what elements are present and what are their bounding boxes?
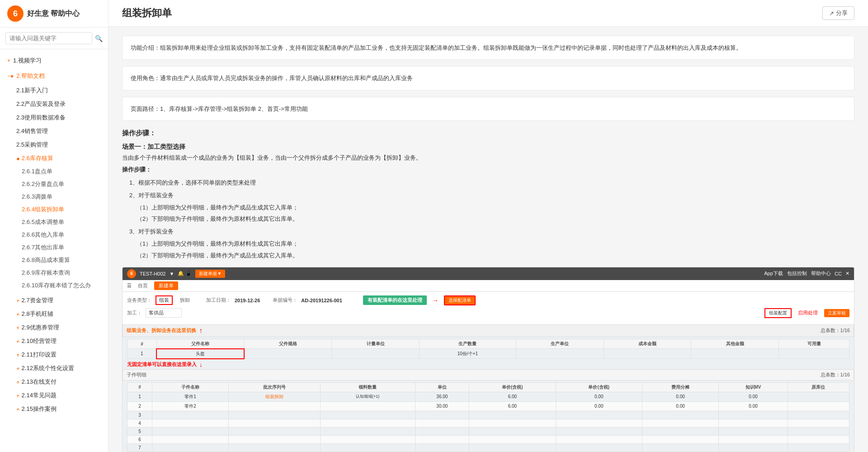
- plus-icon: +: [16, 392, 20, 399]
- sidebar-item-video[interactable]: 1.视频学习: [0, 53, 108, 68]
- cc-label: CC: [835, 271, 842, 276]
- sidebar-item-capital[interactable]: +2.7资金管理: [11, 294, 108, 307]
- select-bom-btn[interactable]: 选择配清单: [444, 295, 476, 305]
- topbar-left: 6 TEST-H002 ▼ 🔔 📱 新建单据▼: [127, 269, 225, 278]
- app-topbar: 6 TEST-H002 ▼ 🔔 📱 新建单据▼ App下载 包括控制 帮助中心 …: [123, 267, 854, 280]
- lower-table-wrapper: # 子件名称 批次序列号 领料数量 单位 单价(含税) 单价(含税) 费用分摊 …: [123, 381, 854, 452]
- step3-label: 3、对于拆装业务: [129, 226, 854, 237]
- table-row: 4: [127, 419, 849, 427]
- new-btn[interactable]: 新建单据▼: [195, 270, 225, 278]
- sidebar-item-coupon[interactable]: +2.9优惠券管理: [11, 321, 108, 334]
- upper-table: # 父件名称 父件规格 计量单位 生产数量 生产单位 成本金额 其他金额 可用量: [127, 339, 849, 359]
- cell-l-p1: 6.00: [469, 392, 556, 401]
- sidebar-item-2.6.9[interactable]: 2.6.9库存账本查询: [16, 266, 108, 279]
- table-row: 1 头盔 10份/个+1: [127, 349, 849, 359]
- sidebar-item-faq[interactable]: +2.14常见问题: [11, 389, 108, 402]
- sidebar-item-sales[interactable]: 2.4销售管理: [11, 124, 108, 138]
- arrow-right: →: [432, 297, 439, 304]
- tab-new[interactable]: 新建单: [154, 281, 178, 290]
- step3-sub2: （2）下部明细为子件明细，最终作为产成品生成其它入库单。: [137, 250, 854, 261]
- plus-icon: +: [16, 311, 20, 318]
- path-text: 页面路径：1、库存核算->库存管理->组装拆卸单 2、首页->常用功能: [131, 105, 308, 112]
- confirm-btn[interactable]: 立案审核: [824, 309, 849, 317]
- close-btn[interactable]: ✕: [845, 271, 849, 276]
- sidebar-item-2.6.4[interactable]: 2.6.4组装拆卸单: [16, 203, 108, 216]
- sidebar-item-docs[interactable]: ● 2.帮助文档: [0, 68, 108, 84]
- page-title: 组装拆卸单: [122, 6, 172, 20]
- step2-sub1: （1）上部明细为父件明细，最终作为产成品生成其它入库单；: [137, 202, 854, 213]
- plus-icon: +: [16, 365, 20, 372]
- lower-section-label: 子件明细: [127, 371, 146, 378]
- sidebar-item-2.6.7[interactable]: 2.6.7其他出库单: [16, 241, 108, 254]
- app-title: 好生意 帮助中心: [27, 9, 80, 19]
- cell-available: [779, 349, 849, 359]
- sidebar-item-2.6.8[interactable]: 2.6.8商品成本重算: [16, 254, 108, 266]
- cell-l-unit: 30.00: [415, 401, 469, 411]
- order-value: AD-20191226-001: [301, 298, 342, 303]
- topbar-icons: 🔔 📱: [178, 271, 192, 276]
- col-l-num: #: [127, 382, 152, 392]
- col-other-cost: 其他金额: [691, 339, 779, 349]
- sidebar-item-newcomer[interactable]: 2.1新手入门: [11, 84, 108, 97]
- col-num: #: [127, 339, 157, 349]
- sidebar-item-ops[interactable]: +2.10经营管理: [11, 334, 108, 348]
- col-parent-name: 父件名称: [156, 339, 244, 349]
- sidebar-item-online-pay[interactable]: +2.13在线支付: [11, 375, 108, 389]
- step2-sub2: （2）下部明细为子件明细，最终作为原材料生成其它出库单。: [137, 214, 854, 224]
- table-row: 6: [127, 435, 849, 443]
- sidebar-item-print[interactable]: +2.11打印设置: [11, 348, 108, 362]
- table-row: 2 零件2 30.00 6.00 0.00 0.00 0.00: [127, 401, 849, 411]
- upper-table-wrapper: # 父件名称 父件规格 计量单位 生产数量 生产单位 成本金额 其他金额 可用量: [123, 337, 854, 361]
- cell-parent-name: 头盔: [156, 349, 244, 359]
- share-button[interactable]: ↗ 分享: [822, 6, 854, 20]
- cell-l-batch: [229, 401, 320, 411]
- app-icons: App下载 包括控制 帮助中心: [764, 270, 831, 277]
- sidebar-item-2.6.2[interactable]: 2.6.2分量盘点单: [16, 178, 108, 190]
- app-logo: 6: [7, 5, 24, 22]
- sidebar-item-mobile[interactable]: +2.8手机旺辅: [11, 307, 108, 321]
- sidebar-toggle[interactable]: ☰: [127, 283, 132, 289]
- sidebar-item-2.6.1[interactable]: 2.6.1盘点单: [16, 165, 108, 178]
- cell-prod-unit: [516, 349, 604, 359]
- sidebar-item-personalize[interactable]: +2.12系统个性化设置: [11, 362, 108, 375]
- plus-icon: +: [16, 406, 20, 413]
- ops-steps-label: 操作步骤：: [122, 166, 854, 174]
- search-button[interactable]: 🔍: [95, 35, 103, 42]
- bom-input-box[interactable]: 组装配置: [764, 308, 792, 318]
- cell-other-cost: [691, 349, 779, 359]
- intro-block: 功能介绍：组装拆卸单用来处理企业组装或拆卸等加工业务，支持有固定装配清单的产品加…: [122, 36, 854, 60]
- sidebar-item-2.6.3[interactable]: 2.6.3调拨单: [16, 190, 108, 203]
- sidebar-item-2.6.6[interactable]: 2.6.6其他入库单: [16, 228, 108, 241]
- col-l-price2: 单价(含税): [556, 382, 642, 392]
- ops-title: 操作步骤：: [122, 129, 854, 138]
- jia-gong-field[interactable]: 客供品: [146, 308, 182, 318]
- sidebar-item-install[interactable]: 2.2产品安装及登录: [11, 97, 108, 111]
- search-input[interactable]: [5, 32, 92, 44]
- col-l-ql: 领料数量: [320, 382, 415, 392]
- cell-l-num: 1: [127, 392, 152, 401]
- type-option2[interactable]: 拆卸: [176, 296, 193, 305]
- form-row-extra: 加工： 客供品 组装配置 启用处理 立案审核: [127, 308, 849, 318]
- cell-l-p2: 0.00: [556, 401, 642, 411]
- app-logo-small: 6: [127, 269, 136, 278]
- cell-parent-spec: [244, 349, 332, 359]
- sidebar-item-data-prep[interactable]: 2.3使用前数据准备: [11, 111, 108, 124]
- cell-l-name: 零件2: [152, 401, 228, 411]
- content-area: 功能介绍：组装拆卸单用来处理企业组装或拆卸等加工业务，支持有固定装配清单的产品加…: [108, 27, 868, 452]
- plus-icon: +: [16, 352, 20, 358]
- test-id: TEST-H002: [140, 271, 165, 276]
- search-box[interactable]: 🔍: [0, 28, 108, 49]
- sidebar-item-2.6.10[interactable]: 2.6.10库存账本错了怎么办: [16, 279, 108, 292]
- tab-home[interactable]: 自页: [134, 281, 151, 290]
- cell-l-mv: 0.00: [719, 401, 788, 411]
- sidebar-item-inventory[interactable]: ●2.6库存核算: [11, 152, 108, 165]
- cell-l-batch: 组装拆卸: [229, 392, 320, 401]
- col-qty: 生产数量: [420, 339, 516, 349]
- arrow-upper: ↑: [199, 327, 203, 335]
- sidebar-item-cases[interactable]: +2.15操作案例: [11, 402, 108, 416]
- minus-icon: ●: [16, 155, 20, 162]
- sidebar-item-2.6.5[interactable]: 2.6.5成本调整单: [16, 216, 108, 228]
- table-row: 5: [127, 427, 849, 435]
- role-text: 使用角色：通常由生产人员或库管人员完成拆装业务的操作，库管人员确认原材料的出库和…: [131, 75, 413, 81]
- sidebar-item-purchase[interactable]: 2.5采购管理: [11, 138, 108, 152]
